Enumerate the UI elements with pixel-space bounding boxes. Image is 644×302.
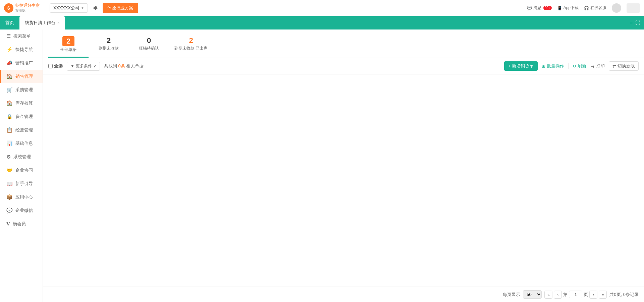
app-download-button[interactable]: 📱 App下载 (557, 5, 579, 11)
sidebar-item-newbie[interactable]: 📖 新手引导 (0, 177, 43, 190)
wechat-icon: 💬 (6, 207, 13, 214)
select-all-checkbox[interactable]: 全选 (48, 63, 63, 69)
sidebar-item-basic-info[interactable]: 📊 基础信息 (0, 137, 43, 150)
service-icon: 🎧 (584, 6, 589, 10)
page-number-input[interactable] (569, 291, 582, 298)
company-name: XXXXXX公司 (53, 5, 79, 11)
avatar[interactable] (612, 3, 621, 13)
stat-number-all: 2 (62, 36, 74, 46)
toolbar: 全选 ▼ 更多条件 ∨ 共找到 0条 相关单据 + 新增销货单 ⊞ 批量操作 (43, 58, 644, 74)
tab-bar-actions: − ⛶ (630, 20, 644, 25)
stat-label-all: 全部单据 (54, 47, 83, 53)
table-area (43, 74, 644, 287)
page-suffix: 页 (584, 292, 588, 298)
stat-number-overdue: 2 (94, 36, 123, 45)
divider (568, 63, 569, 69)
print-button[interactable]: 🖨 打印 (590, 63, 605, 69)
page-label: 第 (563, 292, 568, 298)
tab-maximize-icon[interactable]: ⛶ (635, 20, 640, 25)
filter-button[interactable]: ▼ 更多条件 ∨ (67, 62, 100, 71)
company-selector[interactable]: XXXXXX公司 ▼ (50, 3, 88, 13)
header-right: 💬 消息 99+ 📱 App下载 🎧 在线客服 (527, 3, 640, 13)
sidebar-item-inventory[interactable]: 🏠 库存核算 (0, 97, 43, 110)
last-page-button[interactable]: » (599, 291, 607, 299)
stat-number-pending: 0 (134, 36, 164, 45)
app-icon: 📱 (557, 6, 562, 10)
per-page-select[interactable]: 50 100 200 (523, 290, 542, 299)
sidebar-item-enterprise[interactable]: 🤝 企业协同 (0, 164, 43, 177)
online-service-button[interactable]: 🎧 在线客服 (584, 5, 606, 11)
sidebar-item-finance[interactable]: 🔒 资金管理 (0, 110, 43, 123)
sidebar-item-purchase[interactable]: 🛒 采购管理 (0, 83, 43, 97)
refresh-button[interactable]: ↻ 刷新 (573, 63, 586, 69)
member-icon: V (6, 221, 10, 227)
top-header: 6 畅捷通好生意 标准版 XXXXXX公司 ▼ 体验行业方案 💬 消息 99+ … (0, 0, 644, 16)
next-page-button[interactable]: › (589, 291, 597, 299)
sidebar-item-sales[interactable]: 🏠 销售管理 (0, 70, 43, 83)
logo-icon: 6 (4, 3, 13, 13)
stat-label-pending: 旺铺待确认 (134, 46, 164, 51)
stat-label-overdue: 到期未收款 (94, 46, 123, 51)
first-page-button[interactable]: « (544, 291, 552, 299)
found-count: 0条 (118, 63, 125, 68)
add-order-button[interactable]: + 新增销货单 (504, 61, 538, 71)
settings-button[interactable] (91, 3, 100, 13)
sidebar-item-operations[interactable]: 📋 经营管理 (0, 123, 43, 137)
purchase-icon: 🛒 (6, 87, 13, 93)
sidebar-item-system[interactable]: ⚙ 系统管理 (0, 150, 43, 164)
toolbar-right: + 新增销货单 ⊞ 批量操作 ↻ 刷新 🖨 打印 ⇄ 切换新版 (504, 61, 639, 71)
sidebar-item-member[interactable]: V 畅会员 (0, 217, 43, 231)
stats-tabs: 2 全部单据 2 到期未收款 0 旺铺待确认 2 到期未收款 已出库 (43, 29, 644, 58)
tab-bar: 首页 钱货日清工作台 × − ⛶ (0, 16, 644, 29)
operations-icon: 📋 (6, 127, 13, 133)
logo-sub: 标准版 (15, 8, 40, 13)
sidebar-item-quick-nav[interactable]: ⚡ 快捷导航 (0, 43, 43, 56)
message-button[interactable]: 💬 消息 99+ (527, 5, 552, 11)
gear-icon (93, 5, 98, 11)
stat-tab-pending[interactable]: 0 旺铺待确认 (129, 34, 169, 58)
tab-active[interactable]: 钱货日清工作台 × (19, 16, 65, 29)
logo-text: 畅捷通好生意 (15, 3, 40, 8)
tab-minimize-icon[interactable]: − (630, 20, 633, 25)
enterprise-icon: 🤝 (6, 167, 13, 173)
sidebar-item-search[interactable]: ☰ 搜索菜单 (0, 29, 43, 43)
sidebar-item-marketing[interactable]: 📣 营销推广 (0, 56, 43, 70)
page-navigation: « ‹ 第 页 › » (544, 291, 607, 299)
avatar-extra (627, 3, 640, 13)
search-menu-icon: ☰ (6, 33, 11, 39)
per-page-label: 每页显示 (503, 292, 520, 298)
stat-tab-all[interactable]: 2 全部单据 (48, 34, 89, 58)
print-icon: 🖨 (590, 64, 595, 69)
batch-operation-button[interactable]: ⊞ 批量操作 (542, 63, 564, 69)
message-icon: 💬 (527, 6, 532, 10)
tab-close-button[interactable]: × (57, 21, 59, 25)
filter-icon: ▼ (70, 64, 74, 68)
switch-version-button[interactable]: ⇄ 切换新版 (609, 61, 639, 71)
prev-page-button[interactable]: ‹ (554, 291, 562, 299)
system-icon: ⚙ (6, 154, 11, 160)
marketing-icon: 📣 (6, 60, 13, 66)
stat-tab-overdue[interactable]: 2 到期未收款 (89, 34, 129, 58)
finance-icon: 🔒 (6, 114, 13, 120)
stat-number-overdue-shipped: 2 (174, 36, 208, 45)
app-center-icon: 📦 (6, 194, 13, 200)
logo-area: 6 畅捷通好生意 标准版 (4, 3, 47, 13)
tab-home[interactable]: 首页 (0, 16, 19, 29)
sidebar: ☰ 搜索菜单 ⚡ 快捷导航 📣 营销推广 🏠 销售管理 🛒 采购管理 🏠 库存核… (0, 29, 43, 302)
company-dropdown-arrow: ▼ (81, 6, 84, 10)
content-area: 2 全部单据 2 到期未收款 0 旺铺待确认 2 到期未收款 已出库 全选 (43, 29, 644, 302)
inventory-icon: 🏠 (6, 100, 13, 106)
switch-icon: ⇄ (612, 64, 616, 69)
stat-label-overdue-shipped: 到期未收款 已出库 (174, 46, 208, 51)
main-layout: ☰ 搜索菜单 ⚡ 快捷导航 📣 营销推广 🏠 销售管理 🛒 采购管理 🏠 库存核… (0, 29, 644, 302)
sales-icon: 🏠 (6, 73, 13, 79)
experience-button[interactable]: 体验行业方案 (103, 3, 138, 13)
select-all-input[interactable] (48, 64, 53, 68)
sidebar-item-wechat[interactable]: 💬 企业微信 (0, 204, 43, 217)
total-info: 共0页, 0条记录 (609, 292, 639, 298)
stat-tab-overdue-shipped[interactable]: 2 到期未收款 已出库 (169, 34, 213, 58)
sidebar-item-app-center[interactable]: 📦 应用中心 (0, 190, 43, 204)
basic-info-icon: 📊 (6, 140, 13, 146)
batch-icon: ⊞ (542, 64, 545, 69)
found-text: 共找到 0条 相关单据 (104, 63, 144, 69)
